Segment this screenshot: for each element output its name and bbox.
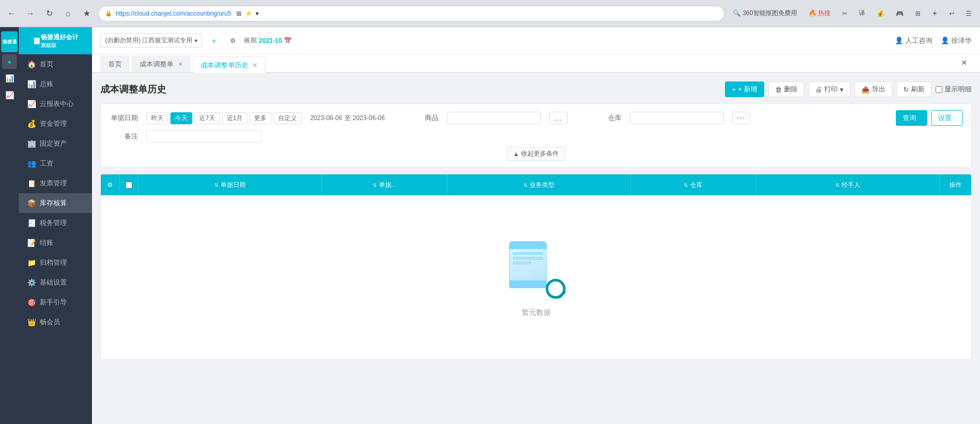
sidebar-item-inventory[interactable]: 📦 库存核算	[19, 193, 92, 213]
archive-icon: 📁	[27, 258, 36, 267]
sidebar-item-payroll[interactable]: 👥 工资	[19, 154, 92, 173]
select-all-checkbox[interactable]	[125, 182, 132, 189]
menu-button[interactable]: ☰	[962, 9, 976, 18]
forward-button[interactable]: →	[23, 6, 38, 21]
reload-button[interactable]: ↻	[42, 6, 56, 21]
show-cols-input[interactable]	[936, 86, 942, 93]
app-brand-header: 🧾 畅捷通好会计 旗舰版	[19, 27, 92, 54]
sidebar-icon-ledger[interactable]: 📊	[2, 71, 17, 86]
sidebar-icon-home[interactable]: ●	[2, 54, 17, 69]
undo-button[interactable]: ↩	[945, 9, 959, 18]
tab-cost-adjust-history[interactable]: 成本调整单历史 ✕	[193, 56, 266, 73]
sidebar-item-inventory-label: 库存核算	[40, 198, 67, 208]
query-button[interactable]: 查询	[896, 110, 927, 126]
brand-name: 畅捷通好会计	[41, 33, 78, 42]
sidebar-logo: 畅捷通	[1, 31, 18, 52]
sidebar-item-assets[interactable]: 🏢 固定资产	[19, 134, 92, 154]
address-bar[interactable]: 🔒 https://cloud.chanjet.com/accounting/u…	[98, 6, 724, 21]
warehouse-more-btn[interactable]: ···	[732, 112, 750, 124]
company-settings-icon[interactable]: ⚙	[225, 33, 240, 48]
home-icon: 🏠	[27, 60, 36, 68]
sidebar-item-funds[interactable]: 💰 资金管理	[19, 114, 92, 134]
yesterday-btn[interactable]: 昨天	[146, 112, 168, 124]
sidebar-item-vip[interactable]: 👑 畅会员	[19, 312, 92, 332]
sidebar-item-close[interactable]: 📝 结账	[19, 233, 92, 253]
th-date[interactable]: ⇅ 单据日期	[139, 174, 322, 195]
table-header: ⚙ ⇅ 单据日期 ⇅ 单据... ⇅ 业务类型	[101, 174, 971, 195]
calendar-icon[interactable]: 📅	[284, 37, 292, 44]
home-button[interactable]: ⌂	[61, 6, 75, 21]
sidebar-item-guide-label: 新手引导	[40, 298, 67, 307]
print-button[interactable]: 🖨 打印 ▾	[809, 81, 850, 97]
brightness-button[interactable]: ☀	[928, 9, 942, 18]
sidebar-item-tax[interactable]: 🧾 税务管理	[19, 213, 92, 233]
show-cols-checkbox[interactable]: 显示明细	[936, 85, 972, 94]
search-tool-button[interactable]: 🔍 360智能抠图免费用	[729, 8, 801, 19]
tab-home[interactable]: 首页	[100, 55, 130, 72]
export-button[interactable]: 📤 导出	[855, 81, 892, 97]
icon-sidebar: 畅捷通 ● 📊 📈	[0, 27, 19, 424]
back-button[interactable]: ←	[4, 6, 19, 21]
more-date-btn[interactable]: 更多	[249, 112, 271, 124]
goods-input[interactable]	[447, 112, 541, 124]
scissors-button[interactable]: ✂	[838, 9, 851, 18]
assets-icon: 🏢	[27, 139, 36, 148]
grid-button[interactable]: ⊞	[911, 9, 925, 18]
translate-button[interactable]: 译	[855, 8, 869, 19]
sidebar-item-ledger[interactable]: 📊 总账	[19, 74, 92, 94]
sort-icon-biz: ⇅	[523, 182, 527, 188]
empty-state: 暂元数据	[101, 195, 971, 359]
th-settings[interactable]: ⚙	[101, 174, 120, 195]
date-from: 2023-06-06	[310, 114, 342, 122]
sidebar-item-settings[interactable]: ⚙️ 基础设置	[19, 273, 92, 292]
close-all-tabs-button[interactable]: ✕	[957, 55, 972, 70]
last1month-btn[interactable]: 近1月	[222, 112, 248, 124]
th-date-label: 单据日期	[221, 181, 246, 190]
last7days-btn[interactable]: 近7天	[194, 112, 220, 124]
delete-button[interactable]: 🗑 删除	[768, 81, 804, 97]
sidebar-item-settings-label: 基础设置	[40, 278, 67, 287]
tab-cost-adjust[interactable]: 成本调整单 ✕	[132, 55, 191, 72]
today-btn[interactable]: 今天	[170, 112, 192, 124]
th-voucher[interactable]: ⇅ 单据...	[322, 174, 447, 195]
user-service-button[interactable]: 👤 人工咨询	[895, 36, 932, 45]
tab-cost-adjust-history-label: 成本调整单历史	[201, 61, 248, 70]
sidebar-item-archive[interactable]: 📁 归档管理	[19, 253, 92, 273]
sidebar-item-close-label: 结账	[40, 238, 53, 248]
th-biz-type[interactable]: ⇅ 业务类型	[447, 174, 631, 195]
remark-input[interactable]	[146, 130, 261, 143]
wallet-button[interactable]: 💰	[872, 9, 889, 18]
add-company-button[interactable]: +	[206, 33, 221, 48]
lock-icon: 🔒	[105, 10, 112, 17]
sidebar-item-guide[interactable]: 🎯 新手引导	[19, 292, 92, 312]
sidebar-item-invoice-label: 发票管理	[40, 179, 67, 188]
payroll-icon: 👥	[27, 159, 36, 168]
hot-search-button[interactable]: 🔥 热搜	[804, 8, 835, 19]
tab-cost-adjust-history-close-icon[interactable]: ✕	[252, 62, 258, 69]
company-name: (勿删勿禁用) 江西服宝测试专用	[105, 36, 192, 45]
filter-area: 单据日期 昨天 今天 近7天 近1月 更多 自定义 2023-06-06 至 2…	[100, 103, 972, 168]
th-warehouse[interactable]: ⇅ 仓库	[631, 174, 756, 195]
new-button[interactable]: + + 新增	[725, 81, 764, 97]
refresh-button[interactable]: ↻ 刷新	[896, 81, 931, 97]
bookmark-button[interactable]: ★	[79, 6, 94, 21]
warehouse-filter-label: 仓库	[593, 113, 621, 123]
sidebar-item-home[interactable]: 🏠 首页	[19, 54, 92, 74]
th-checkbox[interactable]	[120, 174, 139, 195]
custom-date-btn[interactable]: 自定义	[273, 112, 302, 124]
user-profile-button[interactable]: 👤 徐泽华	[941, 36, 972, 45]
sidebar-item-invoice[interactable]: 📋 发票管理	[19, 173, 92, 193]
settings-col-icon: ⚙	[107, 181, 113, 189]
th-operator[interactable]: ⇅ 经手人	[756, 174, 940, 195]
sidebar-icon-reports[interactable]: 📈	[2, 88, 17, 102]
goods-more-btn[interactable]: ...	[549, 112, 567, 124]
company-selector[interactable]: (勿删勿禁用) 江西服宝测试专用 ▾	[100, 33, 202, 48]
collapse-button[interactable]: ▲ 收起更多条件	[506, 147, 566, 161]
warehouse-input[interactable]	[630, 112, 724, 124]
settings-filter-button[interactable]: 设置	[931, 110, 963, 126]
tab-cost-adjust-close-icon[interactable]: ✕	[178, 61, 183, 68]
game-button[interactable]: 🎮	[892, 9, 908, 18]
sidebar-item-reports[interactable]: 📈 云报表中心	[19, 94, 92, 114]
nav-sidebar: 🧾 畅捷通好会计 旗舰版 🏠 首页 📊 总账 📈 云报表中心 💰 资金管理 🏢 …	[19, 27, 92, 424]
th-operator-label: 经手人	[841, 181, 860, 190]
